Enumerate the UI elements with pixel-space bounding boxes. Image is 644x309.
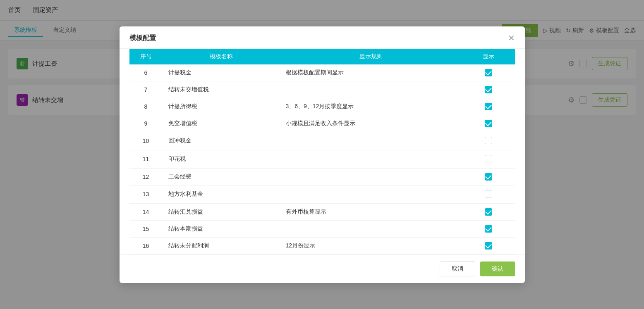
- cell-seq: 12: [129, 168, 163, 185]
- cell-rule: [280, 81, 463, 98]
- cell-checkbox[interactable]: [462, 203, 515, 220]
- table-row: 11印花税: [129, 150, 515, 168]
- checkbox-8[interactable]: [485, 103, 492, 110]
- cell-rule: 小规模且满足收入条件显示: [280, 115, 463, 132]
- cell-rule: [280, 132, 463, 150]
- cell-rule: 有外币核算显示: [280, 203, 463, 220]
- cell-rule: 3、6、9、12月按季度显示: [280, 98, 463, 115]
- table-row: 7结转未交增值税: [129, 81, 515, 98]
- cell-rule: [280, 168, 463, 185]
- cell-rule: [280, 150, 463, 168]
- col-header-rule: 显示规则: [280, 49, 463, 64]
- cancel-button[interactable]: 取消: [440, 261, 475, 276]
- cell-name: 计提所得税: [163, 98, 280, 115]
- modal-overlay: 模板配置 ✕ 序号 模板名称 显示规则 显示 6计提税金根据模板配置期间显示7结…: [0, 0, 644, 309]
- cell-checkbox[interactable]: [462, 185, 515, 203]
- table-row: 8计提所得税3、6、9、12月按季度显示: [129, 98, 515, 115]
- cell-seq: 7: [129, 81, 163, 98]
- cell-seq: 16: [129, 237, 163, 254]
- checkbox-6[interactable]: [485, 69, 492, 76]
- modal-template-config: 模板配置 ✕ 序号 模板名称 显示规则 显示 6计提税金根据模板配置期间显示7结…: [120, 26, 525, 283]
- cell-seq: 15: [129, 220, 163, 237]
- cell-rule: 12月份显示: [280, 237, 463, 254]
- cell-checkbox[interactable]: [462, 132, 515, 150]
- table-row: 14结转汇兑损益有外币核算显示: [129, 203, 515, 220]
- cell-checkbox[interactable]: [462, 81, 515, 98]
- modal-body[interactable]: 序号 模板名称 显示规则 显示 6计提税金根据模板配置期间显示7结转未交增值税8…: [120, 49, 525, 254]
- cell-seq: 10: [129, 132, 163, 150]
- cell-checkbox[interactable]: [462, 220, 515, 237]
- cell-seq: 9: [129, 115, 163, 132]
- cell-name: 回冲税金: [163, 132, 280, 150]
- cell-checkbox[interactable]: [462, 237, 515, 254]
- modal-title: 模板配置: [129, 34, 156, 43]
- cell-seq: 6: [129, 64, 163, 81]
- col-header-name: 模板名称: [163, 49, 280, 64]
- checkbox-10[interactable]: [485, 137, 492, 144]
- checkbox-12[interactable]: [485, 173, 492, 181]
- checkbox-11[interactable]: [485, 155, 492, 162]
- cell-seq: 13: [129, 185, 163, 203]
- checkbox-9[interactable]: [485, 120, 492, 127]
- table-row: 16结转未分配利润12月份显示: [129, 237, 515, 254]
- cell-name: 结转未交增值税: [163, 81, 280, 98]
- cell-checkbox[interactable]: [462, 115, 515, 132]
- config-table: 序号 模板名称 显示规则 显示 6计提税金根据模板配置期间显示7结转未交增值税8…: [129, 49, 515, 254]
- cell-name: 结转汇兑损益: [163, 203, 280, 220]
- cell-name: 计提税金: [163, 64, 280, 81]
- checkbox-14[interactable]: [485, 208, 492, 216]
- table-row: 6计提税金根据模板配置期间显示: [129, 64, 515, 81]
- table-row: 15结转本期损益: [129, 220, 515, 237]
- cell-checkbox[interactable]: [462, 168, 515, 185]
- cell-rule: [280, 220, 463, 237]
- modal-close-btn[interactable]: ✕: [508, 34, 515, 42]
- cell-seq: 14: [129, 203, 163, 220]
- checkbox-7[interactable]: [485, 86, 492, 93]
- cell-seq: 11: [129, 150, 163, 168]
- col-header-display: 显示: [462, 49, 515, 64]
- checkbox-13[interactable]: [485, 190, 492, 197]
- cell-name: 工会经费: [163, 168, 280, 185]
- cell-name: 免交增值税: [163, 115, 280, 132]
- checkbox-16[interactable]: [485, 242, 492, 250]
- table-row: 10回冲税金: [129, 132, 515, 150]
- col-header-seq: 序号: [129, 49, 163, 64]
- cell-checkbox[interactable]: [462, 98, 515, 115]
- table-row: 13地方水利基金: [129, 185, 515, 203]
- cell-checkbox[interactable]: [462, 150, 515, 168]
- cell-rule: [280, 185, 463, 203]
- cell-name: 印花税: [163, 150, 280, 168]
- cell-name: 结转未分配利润: [163, 237, 280, 254]
- table-row: 12工会经费: [129, 168, 515, 185]
- confirm-button[interactable]: 确认: [480, 261, 515, 276]
- checkbox-15[interactable]: [485, 225, 492, 233]
- cell-name: 地方水利基金: [163, 185, 280, 203]
- modal-header: 模板配置 ✕: [120, 26, 525, 49]
- cell-seq: 8: [129, 98, 163, 115]
- cell-checkbox[interactable]: [462, 64, 515, 81]
- table-row: 9免交增值税小规模且满足收入条件显示: [129, 115, 515, 132]
- cell-name: 结转本期损益: [163, 220, 280, 237]
- cell-rule: 根据模板配置期间显示: [280, 64, 463, 81]
- modal-footer: 取消 确认: [120, 254, 525, 283]
